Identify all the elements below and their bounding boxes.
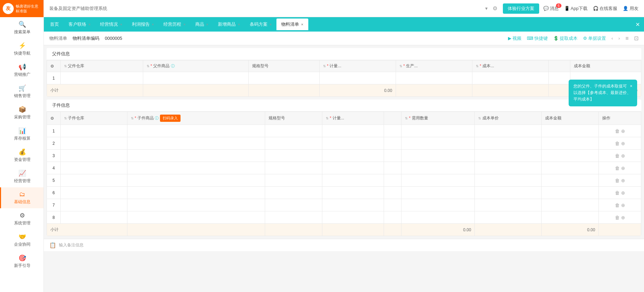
nav-tab-close-5[interactable]: × xyxy=(206,22,208,26)
child-unit-price-cell[interactable] xyxy=(475,125,542,137)
child-warehouse-cell[interactable] xyxy=(61,211,127,224)
sidebar-item-7[interactable]: 📈 经营管理 xyxy=(0,166,44,187)
child-warehouse-cell[interactable] xyxy=(61,137,127,150)
parent-cost-cell[interactable] xyxy=(472,72,549,84)
nav-tab-6[interactable]: 新增商品× xyxy=(213,19,245,30)
sidebar-item-4[interactable]: 📦 采购管理 xyxy=(0,102,44,124)
child-unit-cell[interactable] xyxy=(322,199,384,211)
nav-tab-close-6[interactable]: × xyxy=(238,22,240,26)
child-unit-cell[interactable] xyxy=(322,187,384,199)
child-warehouse-cell[interactable] xyxy=(61,199,127,211)
sidebar-item-2[interactable]: 📢 营销推广 xyxy=(0,60,44,81)
child-spec-cell[interactable] xyxy=(265,162,322,174)
child-unit-price-cell[interactable] xyxy=(475,187,542,199)
action-settings-button[interactable]: ⚙ 单据设置 xyxy=(583,35,606,42)
child-product-cell[interactable] xyxy=(127,150,265,162)
delete-icon[interactable]: 🗑 xyxy=(615,202,620,208)
expand-button[interactable]: ⊡ xyxy=(634,35,639,42)
child-product-cell[interactable] xyxy=(127,187,265,199)
delete-icon[interactable]: 🗑 xyxy=(615,128,620,134)
child-warehouse-cell[interactable] xyxy=(61,150,127,162)
copy-icon[interactable]: ⊕ xyxy=(621,190,625,196)
copy-icon[interactable]: ⊕ xyxy=(621,141,625,146)
nav-tab-close-7[interactable]: × xyxy=(270,22,272,26)
child-spec-cell[interactable] xyxy=(265,125,322,137)
app-download-button[interactable]: 📱 App下载 xyxy=(564,5,587,12)
nav-tab-close-8[interactable]: × xyxy=(301,22,303,26)
sidebar-item-3[interactable]: 🛒 销售管理 xyxy=(0,81,44,102)
note-hint[interactable]: 输入备注信息 xyxy=(59,242,84,248)
child-unit-price-cell[interactable] xyxy=(475,211,542,224)
delete-icon[interactable]: 🗑 xyxy=(615,178,620,183)
parent-th-settings[interactable]: ⚙ xyxy=(47,60,61,72)
child-th-settings[interactable]: ⚙ xyxy=(47,112,61,125)
delete-icon[interactable]: 🗑 xyxy=(615,153,620,159)
child-unit-price-cell[interactable] xyxy=(475,174,542,187)
action-view-button[interactable]: ▶ 视频 xyxy=(508,35,521,42)
nav-tab-close-3[interactable]: × xyxy=(152,22,154,26)
copy-icon[interactable]: ⊕ xyxy=(621,202,625,208)
child-spec-cell[interactable] xyxy=(265,137,322,150)
nav-tab-close-1[interactable]: × xyxy=(88,22,90,26)
child-product-cell[interactable] xyxy=(127,211,265,224)
topbar-gear-icon[interactable]: ⚙ xyxy=(493,5,497,12)
child-need-qty-cell[interactable] xyxy=(401,162,475,174)
sidebar-item-0[interactable]: 🔍 搜索菜单 xyxy=(0,17,44,38)
child-product-cell[interactable] xyxy=(127,199,265,211)
nav-tab-2[interactable]: 经营情况× xyxy=(95,19,127,30)
nav-tab-1[interactable]: 客户联络× xyxy=(64,19,95,30)
nav-tab-0[interactable]: 首页 xyxy=(45,19,64,30)
child-spec-cell[interactable] xyxy=(265,174,322,187)
delete-icon[interactable]: 🗑 xyxy=(615,141,620,146)
topbar-expand-icon[interactable]: ▼ xyxy=(484,6,488,11)
child-product-cell[interactable] xyxy=(127,137,265,150)
child-unit-price-cell[interactable] xyxy=(475,199,542,211)
copy-icon[interactable]: ⊕ xyxy=(621,215,625,220)
child-spec-cell[interactable] xyxy=(265,150,322,162)
parent-spec-cell[interactable] xyxy=(248,72,319,84)
child-unit-price-cell[interactable] xyxy=(475,137,542,150)
child-unit-cell[interactable] xyxy=(322,137,384,150)
nav-tab-5[interactable]: 商品× xyxy=(190,19,213,30)
child-unit-cell[interactable] xyxy=(322,150,384,162)
child-unit-cell[interactable] xyxy=(322,125,384,137)
child-unit-cell[interactable] xyxy=(322,211,384,224)
copy-icon[interactable]: ⊕ xyxy=(621,153,625,159)
child-warehouse-cell[interactable] xyxy=(61,174,127,187)
nav-tab-8[interactable]: 物料清单× xyxy=(276,19,308,30)
child-warehouse-cell[interactable] xyxy=(61,125,127,137)
child-need-qty-cell[interactable] xyxy=(401,211,475,224)
child-need-qty-cell[interactable] xyxy=(401,137,475,150)
parent-produce-cell[interactable] xyxy=(396,72,472,84)
user-menu[interactable]: 👤 用友 xyxy=(623,5,639,12)
nav-tab-close-2[interactable]: × xyxy=(120,22,122,26)
parent-unit-cell[interactable] xyxy=(319,72,396,84)
delete-icon[interactable]: 🗑 xyxy=(615,215,620,220)
child-product-cell[interactable] xyxy=(127,174,265,187)
delete-icon[interactable]: 🗑 xyxy=(615,190,620,196)
trial-button[interactable]: 体验行业方案 xyxy=(503,3,539,14)
nav-prev-button[interactable]: ‹ xyxy=(611,36,613,41)
online-service-button[interactable]: 🎧 在线客服 xyxy=(593,5,617,12)
action-cost-button[interactable]: 💲 提取成本 xyxy=(553,35,578,42)
close-all-tabs-button[interactable]: ✕ xyxy=(633,21,643,28)
child-unit-cell[interactable] xyxy=(322,174,384,187)
child-product-cell[interactable] xyxy=(127,125,265,137)
copy-icon[interactable]: ⊕ xyxy=(621,128,625,134)
child-unit-price-cell[interactable] xyxy=(475,150,542,162)
child-unit-price-cell[interactable] xyxy=(475,162,542,174)
delete-icon[interactable]: 🗑 xyxy=(615,165,620,171)
child-spec-cell[interactable] xyxy=(265,199,322,211)
sidebar-item-9[interactable]: ⚙ 系统管理 xyxy=(0,208,44,230)
sidebar-item-1[interactable]: ⚡ 快捷导航 xyxy=(0,38,44,60)
nav-tab-7[interactable]: 条码方案× xyxy=(245,19,276,30)
child-need-qty-cell[interactable] xyxy=(401,187,475,199)
tooltip-close-button[interactable]: × xyxy=(630,83,632,90)
nav-tab-3[interactable]: 利润报告× xyxy=(127,19,159,30)
nav-tab-4[interactable]: 经营历程× xyxy=(159,19,190,30)
child-unit-cell[interactable] xyxy=(322,162,384,174)
sidebar-item-11[interactable]: 🎯 新手引导 xyxy=(0,251,44,272)
breadcrumb-bom[interactable]: 物料清单 xyxy=(49,35,67,42)
sidebar-item-6[interactable]: 💰 资金管理 xyxy=(0,145,44,166)
child-warehouse-cell[interactable] xyxy=(61,187,127,199)
